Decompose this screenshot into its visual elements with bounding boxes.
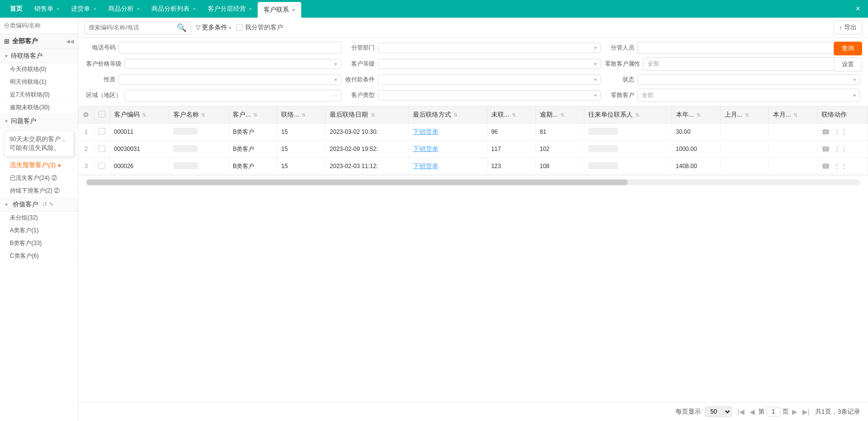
export-button[interactable]: ↑ 导出 xyxy=(834,21,863,34)
nav-tab-sales[interactable]: 销售单 × xyxy=(28,0,65,18)
th-contact-person[interactable]: 往来单位联系人 ⇅ xyxy=(584,106,672,124)
sidebar-section-problem[interactable]: ▼ 问题客户 xyxy=(0,114,78,128)
td-checkbox-3[interactable] xyxy=(94,158,110,175)
sidebar-all-customers-header[interactable]: ⊞ 全部客户 ◀◀ xyxy=(0,34,78,49)
sidebar-item-7days-pending[interactable]: 近7天待联络(0) xyxy=(0,89,78,101)
close-all-tabs-button[interactable]: × xyxy=(852,4,864,13)
table-row: 2 00030031 B类客户 15 2023-02-09 19:52: 下销货… xyxy=(78,141,868,158)
th-not-linked[interactable]: 未联... ⇅ xyxy=(487,106,535,124)
row-checkbox-3[interactable] xyxy=(98,162,105,169)
th-last-contact-date[interactable]: 最后联络日期 ⇅ xyxy=(326,106,409,124)
filter-input-phone[interactable] xyxy=(119,42,341,53)
per-page-select[interactable]: 50 100 200 xyxy=(705,406,732,417)
th-customer-type[interactable]: 客户... ⇅ xyxy=(229,106,277,124)
nav-tab-analysis-list-close[interactable]: × xyxy=(193,6,195,12)
th-this-year[interactable]: 本年... ⇅ xyxy=(672,106,720,124)
th-overdue[interactable]: 逾期... ⇅ xyxy=(535,106,584,124)
value-refresh-icon[interactable]: ↺ xyxy=(42,201,47,208)
sidebar-search-input[interactable] xyxy=(4,22,77,29)
action-more-icon-3[interactable]: ⋮⋮ xyxy=(834,162,847,170)
td-contactperson-2 xyxy=(584,141,672,158)
search-input[interactable] xyxy=(89,24,177,31)
action-phone-icon-3[interactable]: ☎ xyxy=(821,162,830,170)
more-filters-button[interactable]: ▽ 更多条件 ▾ xyxy=(196,23,231,32)
value-edit-icon[interactable]: ✎ xyxy=(49,201,54,208)
my-customer-checkbox[interactable] xyxy=(236,24,243,31)
last-method-link-1[interactable]: 下销货单 xyxy=(413,128,438,135)
query-button[interactable]: 查询 xyxy=(834,42,862,55)
filter-select-price-grade[interactable]: ▾ xyxy=(124,59,341,69)
sidebar-item-b-class[interactable]: B类客户(33) xyxy=(0,237,78,250)
filter-select-customer-type[interactable]: ▾ xyxy=(378,90,601,100)
row-checkbox-2[interactable] xyxy=(98,145,105,152)
table-select-all-checkbox[interactable] xyxy=(98,111,105,118)
search-button[interactable]: 🔍 xyxy=(177,23,187,32)
sidebar-item-a-class[interactable]: A类客户(1) xyxy=(0,224,78,237)
td-actions-3: ☎ ⋮⋮ xyxy=(817,158,868,175)
nav-tab-sales-close[interactable]: × xyxy=(56,6,59,12)
filter-select-retail-attr[interactable]: 全部 ▾ xyxy=(643,57,860,71)
sidebar-item-tomorrow-pending[interactable]: 明天待联络(1) xyxy=(0,76,78,89)
action-more-icon-2[interactable]: ⋮⋮ xyxy=(834,145,847,153)
td-checkbox-1[interactable] xyxy=(94,124,110,141)
filter-select-customer-grade[interactable]: ▾ xyxy=(378,59,601,69)
th-customer-name[interactable]: 客户名称 ⇅ xyxy=(169,106,228,124)
action-phone-icon-1[interactable]: ☎ xyxy=(821,128,830,136)
action-phone-icon-2[interactable]: ☎ xyxy=(821,145,830,153)
nav-tab-analysis-list[interactable]: 商品分析列表 × xyxy=(145,0,201,18)
page-first-button[interactable]: |◀ xyxy=(736,408,746,416)
sidebar-item-declining[interactable]: 持续下滑客户(2) ② xyxy=(0,185,78,198)
td-method-3[interactable]: 下销货单 xyxy=(409,158,487,175)
sidebar-item-today-pending[interactable]: 今天待联络(0) xyxy=(0,63,78,76)
th-last-month[interactable]: 上月... ⇅ xyxy=(720,106,769,124)
horizontal-scrollbar[interactable] xyxy=(86,179,860,185)
sidebar-item-churn-warning[interactable]: 流失预警客户(3) ● xyxy=(0,159,78,172)
table-settings-icon[interactable]: ⚙ xyxy=(83,111,89,119)
filter-select-retail-customer[interactable]: 全部 ▾ xyxy=(637,89,860,102)
my-customer-checkbox-wrap[interactable]: 我分管的客户 xyxy=(236,23,283,32)
horizontal-scrollbar-thumb[interactable] xyxy=(86,179,628,185)
last-method-link-2[interactable]: 下销货单 xyxy=(413,145,438,152)
sidebar-item-overdue-pending[interactable]: 逾期未联络(30) xyxy=(0,101,78,114)
nav-tab-customer-layer-close[interactable]: × xyxy=(249,6,252,12)
sidebar-item-c-class[interactable]: C类客户(6) xyxy=(0,250,78,263)
nav-tab-home[interactable]: 首页 xyxy=(4,0,28,18)
action-more-icon-1[interactable]: ⋮⋮ xyxy=(834,128,847,136)
th-last-contact-method[interactable]: 最后联络方式 ⇅ xyxy=(409,106,487,124)
nav-tab-purchase[interactable]: 进货单 × xyxy=(65,0,102,18)
nav-tab-customer-contact-close[interactable]: × xyxy=(292,7,295,13)
filter-region-dots[interactable]: ··· xyxy=(332,92,337,99)
filter-select-price-grade-arrow: ▾ xyxy=(335,61,337,67)
nav-tab-purchase-close[interactable]: × xyxy=(93,6,96,12)
th-settings[interactable]: ⚙ xyxy=(78,106,94,124)
settings-button[interactable]: 设置 xyxy=(834,57,862,72)
th-this-month[interactable]: 本月... ⇅ xyxy=(769,106,817,124)
td-checkbox-2[interactable] xyxy=(94,141,110,158)
nav-tab-customer-layer[interactable]: 客户分层经营 × xyxy=(202,0,258,18)
sidebar-section-pending[interactable]: ▼ 待联络客户 xyxy=(0,49,78,63)
horizontal-scrollbar-area[interactable] xyxy=(78,175,868,189)
filter-select-region[interactable]: ··· xyxy=(124,90,341,101)
sidebar-section-value[interactable]: ▼ 价值客户 ↺ ✎ xyxy=(0,198,78,212)
row-checkbox-1[interactable] xyxy=(98,128,105,135)
page-prev-button[interactable]: ◀ xyxy=(748,408,756,416)
th-contact-count[interactable]: 联络... ⇅ xyxy=(277,106,326,124)
filter-select-person[interactable]: ··· xyxy=(637,42,860,53)
sidebar-item-churned[interactable]: 已流失客户(24) ② xyxy=(0,172,78,185)
filter-select-payment[interactable]: ▾ xyxy=(378,74,601,85)
sidebar-item-ungrouped[interactable]: 未分组(32) xyxy=(0,212,78,224)
nav-tab-customer-contact-label: 客户联系 xyxy=(264,5,289,14)
page-next-button[interactable]: ▶ xyxy=(791,408,799,416)
nav-tab-analysis[interactable]: 商品分析 × xyxy=(102,0,145,18)
this-month-sort-icon: ⇅ xyxy=(794,112,797,118)
td-method-2[interactable]: 下销货单 xyxy=(409,141,487,158)
th-customer-code[interactable]: 客户编码 ⇅ xyxy=(110,106,169,124)
filter-select-dept[interactable]: ▾ xyxy=(378,43,601,53)
last-method-link-3[interactable]: 下销货单 xyxy=(413,162,438,170)
td-method-1[interactable]: 下销货单 xyxy=(409,124,487,141)
nav-tab-analysis-close[interactable]: × xyxy=(137,6,140,12)
filter-select-nature[interactable]: ▾ xyxy=(119,74,341,85)
filter-select-status[interactable]: ▾ xyxy=(637,74,860,85)
page-last-button[interactable]: ▶| xyxy=(801,408,811,416)
nav-tab-customer-contact[interactable]: 客户联系 × xyxy=(258,2,301,18)
